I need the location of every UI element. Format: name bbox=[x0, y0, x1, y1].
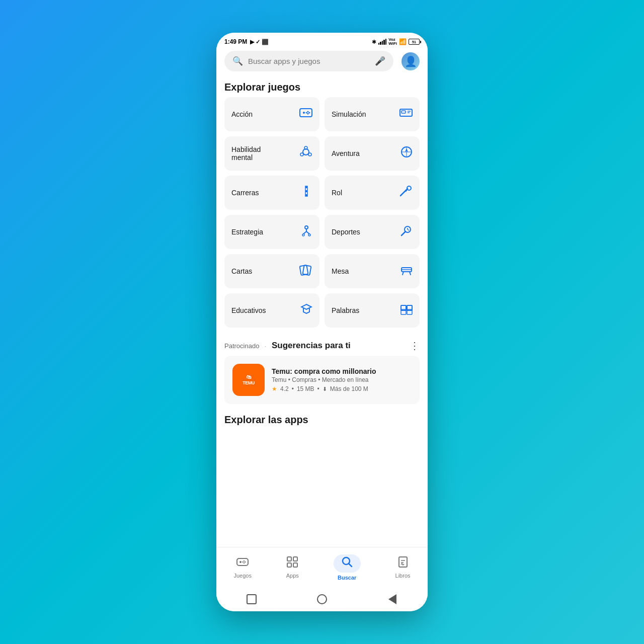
games-nav-icon bbox=[236, 557, 249, 570]
search-bar[interactable]: 🔍 🎤 bbox=[224, 51, 393, 71]
svg-point-34 bbox=[308, 234, 310, 236]
category-label-mesa: Mesa bbox=[332, 267, 349, 275]
category-icon-estrategia bbox=[300, 224, 312, 239]
svg-rect-8 bbox=[401, 111, 406, 113]
category-deportes[interactable]: Deportes bbox=[325, 215, 420, 249]
svg-point-6 bbox=[306, 112, 307, 114]
category-label-deportes: Deportes bbox=[332, 228, 360, 236]
svg-rect-24 bbox=[305, 190, 307, 192]
nav-icon-wrap-libros bbox=[398, 556, 408, 571]
sponsored-meta: Patrocinado · Sugerencias para ti bbox=[224, 341, 351, 351]
search-row: 🔍 🎤 👤 bbox=[216, 51, 428, 75]
bluetooth-icon: ✱ bbox=[372, 39, 376, 45]
svg-point-33 bbox=[302, 234, 304, 236]
nav-icon-wrap-buscar bbox=[334, 554, 361, 573]
category-icon-mesa bbox=[400, 264, 413, 279]
category-icon-aventura bbox=[400, 146, 413, 161]
svg-point-56 bbox=[242, 561, 243, 562]
svg-line-38 bbox=[408, 229, 409, 230]
sponsored-title: Sugerencias para ti bbox=[272, 341, 351, 350]
status-icons-left: ▶ ✓ ⬛ bbox=[250, 39, 269, 45]
sponsored-header: Patrocinado · Sugerencias para ti ⋮ bbox=[216, 332, 428, 356]
search-input[interactable] bbox=[248, 57, 370, 65]
status-bar: 1:49 PM ▶ ✓ ⬛ ✱ VozWiFi 📶 51 bbox=[216, 33, 428, 51]
category-label-rol: Rol bbox=[332, 189, 342, 197]
category-icon-accion bbox=[299, 107, 312, 121]
category-rol[interactable]: Rol bbox=[325, 176, 420, 210]
category-icon-deportes bbox=[400, 224, 413, 239]
category-icon-palabras bbox=[400, 303, 413, 318]
category-icon-educativos bbox=[300, 303, 312, 317]
square-icon bbox=[247, 594, 257, 604]
category-mesa[interactable]: Mesa bbox=[325, 254, 420, 288]
category-label-palabras: Palabras bbox=[332, 306, 359, 314]
nav-item-juegos[interactable]: Juegos bbox=[225, 552, 259, 583]
back-arrow-icon bbox=[388, 594, 396, 604]
books-nav-icon bbox=[398, 557, 408, 570]
svg-rect-60 bbox=[293, 563, 297, 567]
category-estrategia[interactable]: Estrategia bbox=[224, 215, 319, 249]
category-grid: Acción Simulación bbox=[216, 97, 428, 332]
more-options-icon[interactable]: ⋮ bbox=[410, 340, 420, 352]
category-aventura[interactable]: Aventura bbox=[325, 136, 420, 171]
mic-icon[interactable]: 🎤 bbox=[375, 56, 385, 66]
avatar[interactable]: 👤 bbox=[401, 52, 420, 70]
signal-icon bbox=[378, 39, 387, 45]
svg-line-62 bbox=[349, 564, 352, 567]
temu-size: 15 MB bbox=[297, 385, 314, 392]
category-icon-carreras bbox=[300, 185, 312, 200]
status-right: ✱ VozWiFi 📶 51 bbox=[372, 38, 420, 46]
category-habilidad[interactable]: Habilidad mental bbox=[224, 136, 319, 171]
temu-app-icon: 🛍TEMU bbox=[232, 364, 265, 396]
featured-app-card[interactable]: 🛍TEMU Temu: compra como millonario Temu … bbox=[224, 356, 420, 404]
svg-line-32 bbox=[306, 231, 309, 234]
svg-point-53 bbox=[244, 560, 245, 561]
temu-app-info: Temu: compra como millonario Temu • Comp… bbox=[272, 367, 412, 392]
category-icon-cartas bbox=[299, 264, 312, 279]
svg-rect-58 bbox=[293, 557, 297, 561]
temu-rating: 4.2 bbox=[280, 385, 289, 392]
svg-point-11 bbox=[303, 149, 309, 155]
category-cartas[interactable]: Cartas bbox=[224, 254, 319, 288]
nav-item-buscar[interactable]: Buscar bbox=[326, 550, 369, 585]
category-icon-habilidad bbox=[299, 145, 312, 162]
svg-line-17 bbox=[303, 153, 303, 153]
star-icon: ★ bbox=[272, 385, 277, 392]
apps-nav-icon bbox=[287, 557, 298, 570]
category-accion[interactable]: Acción bbox=[224, 97, 319, 131]
recent-apps-button[interactable] bbox=[245, 592, 259, 606]
nav-icon-wrap-apps bbox=[287, 556, 298, 571]
svg-rect-25 bbox=[305, 194, 307, 196]
nav-icon-wrap-juegos bbox=[236, 556, 249, 571]
system-bar bbox=[216, 587, 428, 611]
phone-frame: 1:49 PM ▶ ✓ ⬛ ✱ VozWiFi 📶 51 🔍 bbox=[216, 33, 428, 611]
svg-point-4 bbox=[309, 112, 310, 114]
svg-line-36 bbox=[401, 231, 406, 235]
nav-item-libros[interactable]: Libros bbox=[387, 552, 419, 583]
nav-item-apps[interactable]: Apps bbox=[278, 552, 307, 583]
svg-line-26 bbox=[400, 189, 408, 196]
category-palabras[interactable]: Palabras bbox=[325, 293, 420, 328]
category-label-simulacion: Simulación bbox=[332, 110, 366, 118]
battery-icon: 51 bbox=[409, 39, 420, 45]
category-icon-rol bbox=[399, 186, 413, 200]
search-nav-icon bbox=[342, 557, 353, 570]
category-label-educativos: Educativos bbox=[231, 306, 266, 314]
main-content: 🔍 🎤 👤 Explorar juegos Acción bbox=[216, 51, 428, 547]
svg-line-16 bbox=[309, 153, 309, 153]
sponsored-label: Patrocinado bbox=[224, 342, 259, 350]
svg-rect-23 bbox=[305, 186, 307, 188]
nav-label-buscar: Buscar bbox=[338, 575, 356, 581]
back-button[interactable] bbox=[385, 592, 399, 606]
svg-line-31 bbox=[303, 231, 306, 234]
install-count-icon: ⬇ bbox=[323, 386, 327, 392]
category-carreras[interactable]: Carreras bbox=[224, 176, 319, 210]
category-educativos[interactable]: Educativos bbox=[224, 293, 319, 328]
home-button[interactable] bbox=[315, 592, 329, 606]
svg-point-55 bbox=[244, 562, 245, 563]
category-simulacion[interactable]: Simulación bbox=[325, 97, 420, 131]
temu-installs: Más de 100 M bbox=[330, 385, 368, 392]
status-time: 1:49 PM ▶ ✓ ⬛ bbox=[224, 38, 269, 45]
category-label-estrategia: Estrategia bbox=[231, 228, 263, 236]
explore-games-title: Explorar juegos bbox=[216, 75, 428, 97]
